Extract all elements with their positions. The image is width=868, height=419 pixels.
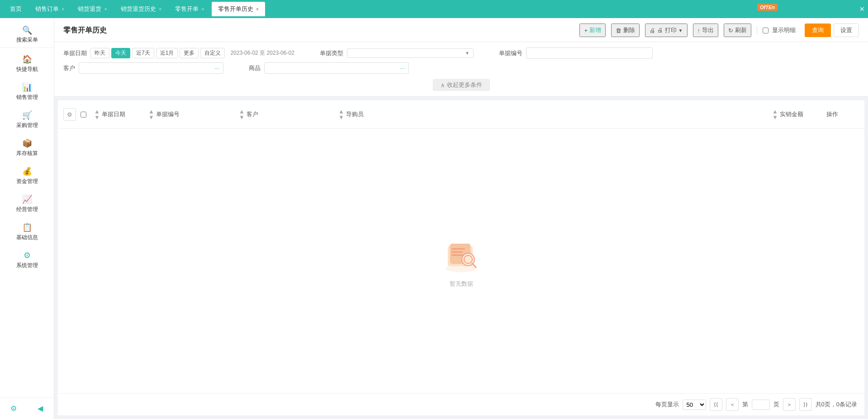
collapse-row: ∧ 收起更多条件 bbox=[63, 77, 859, 91]
next-page-btn[interactable]: ＞ bbox=[783, 398, 796, 411]
page-title: 零售开单历史 bbox=[63, 26, 107, 35]
add-button[interactable]: + 新增 bbox=[579, 24, 606, 37]
th-flex bbox=[389, 110, 768, 119]
export-label: 导出 bbox=[702, 26, 714, 34]
table-settings-btn[interactable]: ⚙ bbox=[63, 108, 76, 121]
close-icon[interactable]: × bbox=[62, 6, 64, 12]
date-7days[interactable]: 近7天 bbox=[132, 48, 154, 58]
print-dropdown-icon: ▼ bbox=[678, 28, 683, 33]
select-all-cell bbox=[76, 112, 90, 118]
filter-date-field: 单据日期 昨天 今天 近7天 近1月 更多 自定义 2023-06-02 至 2… bbox=[63, 48, 294, 58]
sort-icon: ▲▼ bbox=[772, 108, 778, 120]
th-amount[interactable]: ▲▼ 实销金额 bbox=[768, 104, 823, 125]
table-area: ⚙ ▲▼ 单据日期 ▲▼ 单据编号 ▲▼ 客户 ▲▼ 导 bbox=[58, 100, 864, 415]
sidebar-item-biz-mgmt[interactable]: 📈 经营管理 bbox=[0, 190, 54, 218]
sidebar-item-purchase-mgmt[interactable]: 🛒 采购管理 bbox=[0, 106, 54, 134]
delete-label: 删除 bbox=[623, 26, 635, 34]
filter-customer-field: 客户 ··· bbox=[63, 62, 223, 74]
sidebar-item-sys-mgmt[interactable]: ⚙ 系统管理 bbox=[0, 246, 54, 274]
sidebar-item-sales-mgmt[interactable]: 📊 销售管理 bbox=[0, 78, 54, 106]
tab-home[interactable]: 首页 bbox=[4, 2, 28, 16]
chart-icon: 📊 bbox=[22, 82, 32, 92]
tab-sales-order[interactable]: 销售订单 × bbox=[29, 2, 71, 16]
close-icon[interactable]: × bbox=[159, 6, 161, 12]
th-num[interactable]: ▲▼ 单据编号 bbox=[145, 104, 235, 125]
box-icon: 📦 bbox=[22, 138, 32, 148]
sort-icon: ▲▼ bbox=[239, 108, 245, 120]
tab-retail-open[interactable]: 零售开单 × bbox=[169, 2, 210, 16]
query-button[interactable]: 查询 bbox=[805, 24, 831, 37]
sidebar-item-inventory[interactable]: 📦 库存核算 bbox=[0, 134, 54, 162]
tab-retail-history[interactable]: 零售开单历史 × bbox=[212, 2, 265, 16]
delete-button[interactable]: 🗑 删除 bbox=[611, 24, 640, 37]
page-input[interactable]: 1 bbox=[752, 400, 770, 410]
per-page-label: 每页显示 bbox=[655, 400, 679, 409]
customer-select[interactable]: ··· bbox=[79, 62, 223, 74]
th-guide-label: 导购员 bbox=[346, 110, 364, 118]
top-nav: 首页 销售订单 × 销货退货 × 销货退货历史 × 零售开单 × 零售开单历史 … bbox=[0, 0, 868, 18]
trending-icon: 📈 bbox=[22, 194, 32, 204]
nav-close-all[interactable]: × bbox=[859, 5, 864, 14]
customer-label: 客户 bbox=[63, 64, 75, 72]
customer-dots[interactable]: ··· bbox=[214, 65, 219, 71]
close-icon[interactable]: × bbox=[104, 6, 107, 12]
collapse-button[interactable]: ∧ 收起更多条件 bbox=[433, 79, 490, 91]
date-more[interactable]: 更多 bbox=[180, 48, 199, 58]
print-button[interactable]: 🖨 🖨 打印 ▼ bbox=[645, 24, 688, 37]
add-icon: + bbox=[584, 27, 588, 34]
th-date[interactable]: ▲▼ 单据日期 bbox=[90, 104, 145, 125]
top-nav-right: × bbox=[859, 5, 864, 14]
sidebar-item-label: 快捷导航 bbox=[16, 66, 38, 73]
settings-button[interactable]: 设置 bbox=[834, 24, 859, 37]
date-today[interactable]: 今天 bbox=[111, 48, 130, 58]
date-label: 单据日期 bbox=[63, 49, 87, 57]
sidebar-settings-btn[interactable]: ⚙ bbox=[0, 401, 27, 415]
export-button[interactable]: ↑ 导出 bbox=[693, 24, 719, 37]
sidebar-item-label: 系统管理 bbox=[16, 262, 38, 269]
close-icon[interactable]: × bbox=[256, 6, 259, 12]
tab-sales-return[interactable]: 销货退货 × bbox=[71, 2, 113, 16]
sidebar-collapse-btn[interactable]: ◀ bbox=[27, 401, 54, 415]
display-detail-input[interactable] bbox=[763, 28, 768, 33]
th-num-label: 单据编号 bbox=[156, 110, 180, 118]
brand-badge: OfTEn bbox=[757, 4, 778, 11]
export-icon: ↑ bbox=[697, 27, 701, 34]
num-input[interactable] bbox=[526, 47, 653, 59]
sidebar-item-quick-nav[interactable]: 🏠 快捷导航 bbox=[0, 50, 54, 78]
date-custom[interactable]: 自定义 bbox=[200, 48, 225, 58]
add-label: 新增 bbox=[589, 26, 601, 34]
th-customer-label: 客户 bbox=[247, 110, 258, 118]
prev-page-btn[interactable]: ＜ bbox=[726, 398, 739, 411]
last-page-btn[interactable]: ⟩⟩ bbox=[799, 398, 812, 411]
svg-rect-4 bbox=[451, 251, 463, 253]
sidebar-item-finance-mgmt[interactable]: 💰 资金管理 bbox=[0, 162, 54, 190]
select-all-checkbox[interactable] bbox=[81, 112, 86, 118]
chevron-down-icon: ▼ bbox=[465, 51, 470, 56]
svg-rect-3 bbox=[451, 248, 465, 250]
goods-select[interactable]: ··· bbox=[264, 62, 409, 74]
sidebar-search[interactable]: 🔍 搜索采单 bbox=[0, 22, 54, 48]
print-label: 🖨 打印 bbox=[657, 26, 677, 34]
refresh-button[interactable]: ↻ 刷新 bbox=[724, 24, 751, 37]
num-label: 单据编号 bbox=[499, 49, 522, 57]
delete-icon: 🗑 bbox=[616, 27, 621, 34]
collapse-label: 收起更多条件 bbox=[447, 81, 482, 89]
close-icon[interactable]: × bbox=[201, 6, 204, 12]
th-customer[interactable]: ▲▼ 客户 bbox=[235, 104, 335, 125]
display-detail-checkbox[interactable]: 显示明细 bbox=[763, 26, 796, 34]
date-month[interactable]: 近1月 bbox=[156, 48, 178, 58]
gear-icon: ⚙ bbox=[24, 250, 31, 260]
sidebar-bottom: ⚙ ◀ bbox=[0, 397, 54, 419]
type-select[interactable]: ▼ bbox=[347, 48, 474, 58]
type-label: 单据类型 bbox=[320, 49, 343, 57]
tab-sales-return-history[interactable]: 销货退货历史 × bbox=[114, 2, 168, 16]
first-page-btn[interactable]: ⟨⟨ bbox=[710, 398, 722, 411]
sidebar-item-label: 经营管理 bbox=[16, 206, 38, 213]
filter-goods-field: 商品 ··· bbox=[249, 62, 409, 74]
goods-dots[interactable]: ··· bbox=[400, 65, 405, 71]
total-text: 共0页，0条记录 bbox=[816, 400, 857, 409]
per-page-select[interactable]: 50 100 200 bbox=[683, 400, 706, 410]
date-yesterday[interactable]: 昨天 bbox=[90, 48, 109, 58]
sidebar-item-basic-info[interactable]: 📋 基础信息 bbox=[0, 218, 54, 246]
th-guide[interactable]: ▲▼ 导购员 bbox=[335, 104, 389, 125]
